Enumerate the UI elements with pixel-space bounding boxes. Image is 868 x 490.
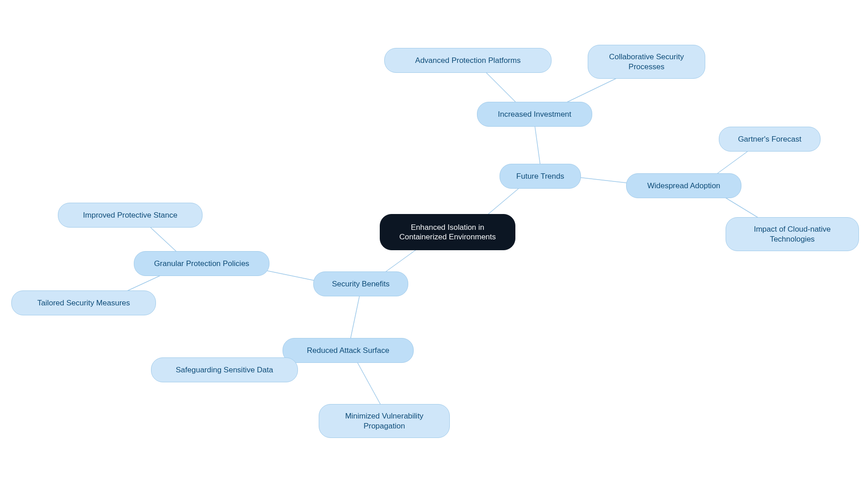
node-safeguarding[interactable]: Safeguarding Sensitive Data xyxy=(151,357,298,382)
node-security-benefits[interactable]: Security Benefits xyxy=(313,271,408,296)
edge-security-reduced xyxy=(350,296,359,339)
edge-future-investment xyxy=(535,126,540,165)
node-increased-investment[interactable]: Increased Investment xyxy=(477,102,592,127)
node-root[interactable]: Enhanced Isolation in Containerized Envi… xyxy=(380,214,515,250)
node-granular-protection[interactable]: Granular Protection Policies xyxy=(134,251,269,276)
node-reduced-attack[interactable]: Reduced Attack Surface xyxy=(283,338,414,363)
node-widespread-adoption[interactable]: Widespread Adoption xyxy=(626,173,741,198)
edge-investment-advanced xyxy=(486,72,518,104)
node-future-trends[interactable]: Future Trends xyxy=(500,164,581,189)
node-cloud-native[interactable]: Impact of Cloud-native Technologies xyxy=(726,217,859,251)
node-advanced-protection[interactable]: Advanced Protection Platforms xyxy=(384,48,552,73)
node-improved-stance[interactable]: Improved Protective Stance xyxy=(58,203,203,228)
node-gartner-forecast[interactable]: Gartner's Forecast xyxy=(719,127,821,152)
edge-reduced-minvuln xyxy=(357,362,382,407)
node-min-vuln[interactable]: Minimized Vulnerability Propagation xyxy=(319,404,450,438)
mindmap-canvas: Enhanced Isolation in Containerized Envi… xyxy=(0,0,868,490)
node-collab-security[interactable]: Collaborative Security Processes xyxy=(588,45,705,79)
node-tailored-security[interactable]: Tailored Security Measures xyxy=(11,290,156,315)
